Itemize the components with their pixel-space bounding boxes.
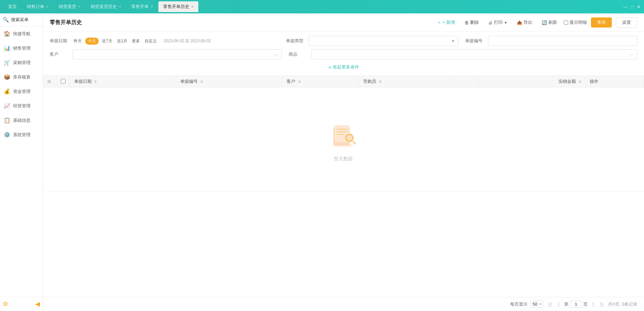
tab-retail-open-close[interactable]: × bbox=[151, 4, 153, 9]
query-button[interactable]: 查询 bbox=[591, 17, 612, 28]
sidebar-item-finance[interactable]: 💰 资金管理 bbox=[0, 84, 43, 99]
th-customer-sort-icon[interactable]: ⇅ bbox=[298, 80, 301, 84]
next-page-btn[interactable]: ⟩ bbox=[591, 301, 595, 308]
date-yesterday-btn[interactable]: 昨天 bbox=[72, 38, 83, 45]
last-page-btn[interactable]: ⟩⟩ bbox=[599, 301, 605, 308]
per-page-dropdown-icon: ▼ bbox=[539, 302, 542, 306]
date-today-btn[interactable]: 今天 bbox=[85, 38, 99, 45]
table-settings-icon[interactable]: ⚙ bbox=[47, 79, 51, 84]
customer-ellipsis-btn[interactable]: ··· bbox=[273, 52, 279, 57]
date-custom-btn[interactable]: 自定义 bbox=[143, 38, 158, 45]
close-btn[interactable]: ✕ bbox=[637, 4, 641, 9]
sidebar-item-system-mgmt[interactable]: ⚙️ 系统管理 bbox=[0, 127, 43, 142]
goods-input[interactable] bbox=[314, 50, 628, 59]
type-select[interactable]: ▼ bbox=[309, 36, 458, 46]
date-1month-btn[interactable]: 近1月 bbox=[116, 38, 129, 45]
empty-text: 暂无数据 bbox=[334, 156, 353, 162]
sidebar-item-quick-nav[interactable]: 🏠 快捷导航 bbox=[0, 27, 43, 41]
collapse-btn[interactable]: ∧ 收起更多条件 bbox=[328, 64, 359, 70]
display-detail-toggle[interactable]: 显示明细 bbox=[564, 19, 587, 25]
window-controls: — □ ✕ bbox=[623, 4, 641, 9]
tab-retail-open-history[interactable]: 零售开单历史 × bbox=[158, 1, 198, 12]
sidebar-item-operations[interactable]: 📈 经营管理 bbox=[0, 99, 43, 113]
tab-sales-return[interactable]: 销货退货 × bbox=[54, 1, 85, 12]
goods-ellipsis-btn[interactable]: ··· bbox=[628, 52, 634, 57]
customer-filter-label: 客户 bbox=[50, 51, 70, 57]
setting-button[interactable]: 设置 bbox=[616, 17, 637, 28]
add-button[interactable]: ＋ + 新增 bbox=[434, 18, 458, 27]
customer-input[interactable] bbox=[76, 50, 273, 59]
sidebar-search[interactable]: 🔍 搜索采单 bbox=[0, 13, 43, 27]
tab-sales-order-close[interactable]: × bbox=[46, 4, 49, 9]
date-7days-btn[interactable]: 近7天 bbox=[101, 38, 114, 45]
export-button[interactable]: 📤 导出 bbox=[514, 18, 535, 27]
sidebar-settings-btn[interactable]: ⚙ bbox=[3, 300, 8, 308]
tab-home[interactable]: 首页 bbox=[3, 1, 21, 12]
collapse-icon: ∧ bbox=[328, 65, 332, 70]
th-checkbox bbox=[56, 76, 70, 88]
goods-filter: 商品 ··· bbox=[289, 49, 637, 59]
sidebar-item-sales-mgmt[interactable]: 📊 销售管理 bbox=[0, 41, 43, 55]
tab-retail-open-history-close[interactable]: × bbox=[191, 4, 194, 9]
display-detail-checkbox[interactable] bbox=[564, 20, 568, 25]
sidebar-item-operations-label: 经营管理 bbox=[13, 103, 31, 109]
display-detail-label: 显示明细 bbox=[569, 19, 587, 25]
sidebar-item-basic-info[interactable]: 📋 基础信息 bbox=[0, 113, 43, 127]
maximize-btn[interactable]: □ bbox=[631, 4, 634, 9]
filter-area: 单据日期 昨天 今天 近7天 近1月 更多 自定义 2023-06-02 至 2… bbox=[43, 32, 644, 76]
th-spacer bbox=[450, 76, 479, 88]
sidebar-item-inventory[interactable]: 📦 库存核算 bbox=[0, 70, 43, 84]
select-all-checkbox[interactable] bbox=[61, 79, 65, 84]
search-icon: 🔍 bbox=[3, 17, 9, 23]
type-filter-label: 单据类型 bbox=[286, 38, 306, 44]
page-suffix: 页 bbox=[583, 301, 588, 307]
delete-button[interactable]: 🗑 删除 bbox=[462, 18, 482, 27]
tab-sales-return-close[interactable]: × bbox=[78, 4, 81, 9]
sidebar-item-inventory-label: 库存核算 bbox=[13, 74, 31, 80]
tab-sales-return-history-close[interactable]: × bbox=[119, 4, 121, 9]
date-filter-label: 单据日期 bbox=[50, 38, 70, 44]
collapse-row: ∧ 收起更多条件 bbox=[50, 63, 637, 71]
filter-row-2: 客户 ··· 商品 ··· bbox=[50, 49, 637, 59]
th-number-sort-icon[interactable]: ⇅ bbox=[200, 80, 203, 84]
sidebar: 🔍 搜索采单 🏠 快捷导航 📊 销售管理 🛒 采购管理 📦 库存核算 💰 资金管… bbox=[0, 13, 43, 311]
page-label: 第 bbox=[564, 301, 568, 307]
page-input[interactable] bbox=[570, 301, 582, 308]
th-number: 单据编号 ⇅ bbox=[176, 76, 283, 88]
print-button[interactable]: 🖨 打印 ▼ bbox=[486, 18, 510, 27]
minimize-btn[interactable]: — bbox=[623, 4, 628, 9]
date-more-btn[interactable]: 更多 bbox=[131, 38, 141, 45]
refresh-button[interactable]: 🔄 刷新 bbox=[539, 18, 560, 27]
number-input[interactable] bbox=[488, 36, 637, 46]
per-page-select[interactable]: 50 ▼ bbox=[531, 301, 544, 308]
prev-page-btn[interactable]: ⟨ bbox=[556, 301, 561, 308]
th-amount: 实销金额 ⇅ bbox=[479, 76, 585, 88]
first-page-btn[interactable]: ⟨⟨ bbox=[547, 301, 553, 308]
tab-retail-open[interactable]: 零售开单 × bbox=[127, 1, 158, 12]
table-header-row: ⚙ 单据日期 ⇅ 单据编号 ⇅ bbox=[43, 76, 644, 88]
sidebar-item-quick-nav-label: 快捷导航 bbox=[13, 31, 31, 37]
refresh-label: 刷新 bbox=[548, 19, 557, 25]
type-dropdown-icon: ▼ bbox=[451, 39, 455, 44]
sidebar-item-system-mgmt-label: 系统管理 bbox=[13, 132, 31, 138]
sidebar-collapse-btn[interactable]: ◀ bbox=[35, 300, 40, 308]
tab-sales-return-history[interactable]: 销货退货历史 × bbox=[86, 1, 126, 12]
th-guide: 导购员 ⇅ bbox=[359, 76, 450, 88]
th-guide-sort-icon[interactable]: ⇅ bbox=[379, 80, 382, 84]
sidebar-item-purchase-mgmt[interactable]: 🛒 采购管理 bbox=[0, 55, 43, 70]
tab-retail-open-label: 零售开单 bbox=[131, 4, 149, 10]
th-date: 单据日期 ⇅ bbox=[70, 76, 176, 88]
date-filter: 单据日期 昨天 今天 近7天 近1月 更多 自定义 2023-06-02 至 2… bbox=[50, 38, 279, 45]
th-amount-sort-icon[interactable]: ⇅ bbox=[579, 80, 581, 84]
th-amount-label: 实销金额 bbox=[558, 79, 576, 84]
sidebar-item-basic-info-label: 基础信息 bbox=[13, 117, 31, 123]
tab-sales-order[interactable]: 销售订单 × bbox=[22, 1, 53, 12]
date-range-display: 2023-06-02 至 2023-06-02 bbox=[163, 38, 211, 44]
purchase-icon: 🛒 bbox=[4, 59, 10, 66]
th-guide-label: 导购员 bbox=[363, 79, 376, 84]
th-customer-label: 客户 bbox=[287, 79, 295, 84]
sidebar-item-sales-mgmt-label: 销售管理 bbox=[13, 45, 31, 51]
sidebar-item-purchase-mgmt-label: 采购管理 bbox=[13, 60, 31, 66]
th-date-sort-icon[interactable]: ⇅ bbox=[94, 80, 97, 84]
empty-state: 暂无数据 bbox=[47, 90, 640, 189]
